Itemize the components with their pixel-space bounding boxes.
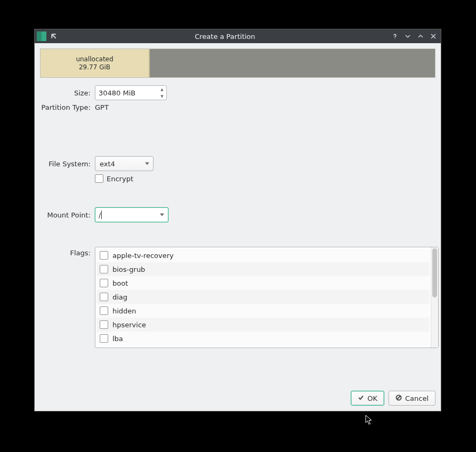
partition-type-value: GPT (95, 103, 439, 111)
flag-checkbox[interactable] (100, 279, 108, 287)
unallocated-region[interactable]: unallocated 29.77 GiB (41, 49, 150, 77)
flag-label: hidden (112, 307, 136, 315)
flag-checkbox[interactable] (100, 306, 108, 315)
help-button[interactable] (390, 31, 400, 42)
mount-point-combobox[interactable]: / (95, 207, 168, 222)
file-system-value: ext4 (100, 160, 115, 168)
flag-label: apple-tv-recovery (112, 252, 174, 260)
flag-row[interactable]: boot (96, 276, 430, 290)
flag-row[interactable]: diag (96, 290, 430, 304)
encrypt-label: Encrypt (107, 175, 133, 183)
flag-label: diag (112, 293, 127, 301)
unallocated-size: 29.77 GiB (79, 63, 110, 71)
flag-checkbox[interactable] (100, 334, 108, 343)
file-system-label: File System: (40, 160, 91, 168)
mount-point-label: Mount Point: (40, 211, 91, 219)
flag-label: lba (112, 335, 123, 343)
svg-point-0 (394, 38, 395, 38)
mount-point-value: / (99, 211, 101, 219)
flags-scrollbar-thumb[interactable] (432, 248, 437, 297)
flags-scrollbar[interactable] (431, 247, 438, 348)
flag-checkbox[interactable] (100, 265, 108, 273)
mouse-cursor-icon (365, 415, 373, 427)
cancel-icon (396, 394, 402, 402)
ok-button-label: OK (367, 394, 377, 402)
size-value: 30480 MiB (99, 89, 135, 97)
size-label: Size: (40, 89, 91, 97)
titlebar: Create a Partition (35, 29, 441, 43)
size-spin-up[interactable]: ▲ (158, 86, 166, 93)
flag-label: boot (112, 279, 128, 287)
flag-label: bios-grub (112, 265, 145, 273)
flag-row[interactable]: apple-tv-recovery (96, 248, 430, 262)
encrypt-checkbox[interactable] (95, 174, 103, 183)
cancel-button[interactable]: Cancel (389, 391, 435, 406)
partition-type-label: Partition Type: (40, 103, 91, 111)
file-system-combobox[interactable]: ext4 (95, 156, 154, 171)
flag-checkbox[interactable] (100, 251, 108, 260)
flag-row[interactable]: lba (96, 332, 430, 345)
size-spinbox[interactable]: 30480 MiB ▲ ▼ (95, 85, 167, 100)
create-partition-dialog: Create a Partition unallocated 29.77 GiB (35, 29, 441, 411)
cancel-button-label: Cancel (405, 394, 429, 402)
partition-visual-bar: unallocated 29.77 GiB (40, 49, 435, 78)
flags-label: Flags: (40, 249, 91, 257)
text-cursor (101, 211, 102, 219)
minimize-button[interactable] (402, 31, 413, 42)
unallocated-label: unallocated (76, 55, 113, 63)
flag-row[interactable]: bios-grub (96, 262, 430, 276)
size-spin-down[interactable]: ▼ (158, 93, 166, 100)
window-title: Create a Partition (60, 33, 390, 41)
check-icon (358, 394, 364, 402)
pin-window-button[interactable] (50, 32, 58, 41)
manjaro-logo-icon (37, 31, 46, 41)
maximize-button[interactable] (415, 31, 426, 42)
flag-row[interactable]: hpservice (96, 318, 430, 332)
flag-row[interactable]: hidden (96, 304, 430, 318)
flag-checkbox[interactable] (100, 320, 108, 329)
flag-checkbox[interactable] (100, 293, 108, 301)
flag-label: hpservice (112, 321, 146, 329)
flags-listbox: apple-tv-recoverybios-grubbootdiaghidden… (95, 247, 439, 348)
ok-button[interactable]: OK (351, 391, 384, 406)
close-button[interactable] (428, 31, 439, 42)
